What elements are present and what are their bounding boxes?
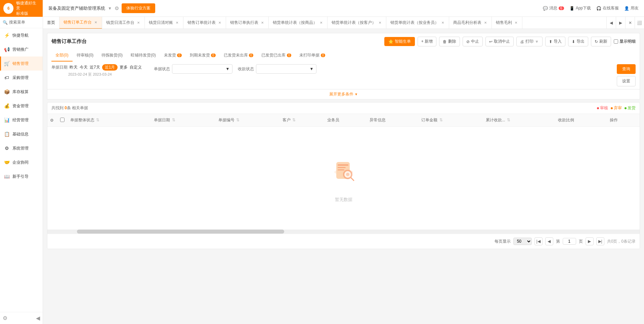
th-number: 单据编号 ⇅ bbox=[216, 114, 280, 127]
tab-goods-margin[interactable]: 商品毛利分析表 ✕ bbox=[449, 17, 492, 29]
set-btn[interactable]: 设置 bbox=[617, 76, 636, 86]
tab-sales-exec[interactable]: 销售订单执行表 ✕ bbox=[226, 17, 269, 29]
page-size-select[interactable]: 50 100 200 bbox=[513, 238, 532, 245]
th-collected: 累计收款... ⇅ bbox=[483, 114, 556, 127]
print-btn[interactable]: 🖨 打印 ▼ bbox=[516, 37, 543, 46]
tab-sales-stats-customer[interactable]: 销货单统计表（按客户） ✕ bbox=[328, 17, 386, 29]
svg-rect-3 bbox=[338, 167, 346, 168]
collapse-icon[interactable]: ◀ bbox=[36, 315, 40, 321]
tab-sales-stats-staff[interactable]: 销货单统计表（按业务员） ✕ bbox=[386, 17, 449, 29]
sidebar-item-purchase[interactable]: 🏷 采购管理 bbox=[0, 71, 43, 85]
tab-sales-stats-customer-close[interactable]: ✕ bbox=[378, 20, 382, 25]
subtab-shipped-not-out[interactable]: 已发货未出库 0 bbox=[220, 50, 258, 62]
settings-icon[interactable]: ⚙ bbox=[3, 315, 7, 321]
page-last-btn[interactable]: ▶| bbox=[596, 237, 604, 245]
smart-generate-btn[interactable]: ⭐ 智能生单 bbox=[384, 37, 415, 46]
sidebar-item-enterprise[interactable]: 🤝 企业协同 bbox=[0, 155, 43, 169]
page-input[interactable] bbox=[563, 238, 576, 245]
import-btn[interactable]: ⬆ 导入 bbox=[545, 37, 565, 46]
tab-sales-workbench[interactable]: 销售订单工作台 ✕ bbox=[59, 17, 102, 29]
tab-sales-workbench-close[interactable]: ✕ bbox=[94, 20, 98, 25]
stop-btn[interactable]: ⊘ 中止 bbox=[463, 37, 483, 46]
sidebar-item-basic[interactable]: 📋 基础信息 bbox=[0, 127, 43, 141]
tab-close-all-btn[interactable]: ✕ bbox=[625, 17, 635, 29]
subtab-not-printed[interactable]: 未打印单据 0 bbox=[295, 50, 329, 62]
date-opt-7days[interactable]: 近7天 bbox=[90, 65, 100, 70]
ship-action-btn[interactable]: 发货 bbox=[625, 105, 636, 111]
tab-sales-stats-product-close[interactable]: ✕ bbox=[319, 20, 323, 25]
subtab-all[interactable]: 全部(0) bbox=[51, 50, 73, 62]
tab-cash-reconcile[interactable]: 钱货日清对账 ✕ bbox=[145, 17, 183, 29]
horizontal-scrollbar[interactable] bbox=[47, 230, 640, 234]
subtab-pending-review[interactable]: 待审核(0) bbox=[73, 50, 98, 62]
refresh-btn[interactable]: ↻ 刷新 bbox=[591, 37, 611, 46]
tab-cash-reconcile-close[interactable]: ✕ bbox=[175, 20, 179, 25]
tab-goods-margin-close[interactable]: ✕ bbox=[483, 20, 487, 25]
sidebar-item-system[interactable]: ⚙ 系统管理 bbox=[0, 141, 43, 155]
sidebar-item-guide[interactable]: 📖 新手引导 bbox=[0, 169, 43, 184]
sidebar-item-operations[interactable]: 📊 经营管理 bbox=[0, 113, 43, 127]
audit-action-btn[interactable]: 审核 bbox=[597, 105, 608, 111]
expand-icon[interactable]: ▼ bbox=[108, 6, 112, 11]
main-area: 装备及固定资产辅助管理系统 ▼ ⚙ 体验行业方案 💬 消息 6 📱 App下载 … bbox=[43, 0, 644, 324]
show-detail-label[interactable]: 显示明细 bbox=[614, 39, 636, 44]
subtab-not-shipped[interactable]: 未发货 0 bbox=[160, 50, 186, 62]
system-title: 装备及固定资产辅助管理系统 bbox=[48, 5, 105, 11]
refresh-icon: ↻ bbox=[595, 39, 598, 44]
subtab-wangpu-ship[interactable]: 旺铺待发货(0) bbox=[127, 50, 160, 62]
show-detail-checkbox[interactable] bbox=[614, 39, 618, 44]
add-btn[interactable]: + 新增 bbox=[418, 37, 436, 46]
svg-point-8 bbox=[346, 173, 349, 176]
sidebar-item-marketing[interactable]: 📢 营销推广 bbox=[0, 42, 43, 56]
tab-prev-btn[interactable]: ◀ bbox=[606, 17, 616, 29]
date-opt-more[interactable]: 更多 bbox=[120, 65, 128, 70]
print-chevron: ▼ bbox=[535, 39, 539, 44]
collect-select[interactable]: ▼ bbox=[256, 64, 316, 74]
page-first-btn[interactable]: |◀ bbox=[534, 237, 543, 245]
select-all-checkbox[interactable] bbox=[60, 118, 65, 122]
date-opt-today[interactable]: 今天 bbox=[80, 65, 88, 70]
subtab-shipped-out[interactable]: 已发货已出库 0 bbox=[257, 50, 295, 62]
subtab-expired-not-shipped[interactable]: 到期未发货 0 bbox=[186, 50, 220, 62]
tab-maximize-btn[interactable]: ⬜ bbox=[635, 17, 644, 29]
tab-next-btn[interactable]: ▶ bbox=[616, 17, 625, 29]
export-btn[interactable]: ⬇ 导出 bbox=[568, 37, 588, 46]
sidebar-item-quick-nav[interactable]: ⚡ 快捷导航 bbox=[0, 28, 43, 42]
tab-sales-stats-product[interactable]: 销货单统计表（按商品） ✕ bbox=[269, 17, 328, 29]
tab-sales-exec-close[interactable]: ✕ bbox=[260, 20, 264, 25]
sidebar-item-finance[interactable]: 💰 资金管理 bbox=[0, 99, 43, 113]
industry-btn[interactable]: 体验行业方案 bbox=[122, 3, 155, 13]
tab-sales-profit[interactable]: 销售毛利 ✕ bbox=[492, 17, 522, 29]
date-opt-yesterday[interactable]: 昨天 bbox=[70, 65, 78, 70]
date-opt-1month[interactable]: 近1月 bbox=[102, 64, 118, 71]
tab-cash-daily[interactable]: 钱货日清工作台 ✕ bbox=[102, 17, 145, 29]
cancel-stop-btn[interactable]: ↩ 取消中止 bbox=[485, 37, 514, 46]
expand-conditions-btn[interactable]: 展开更多条件 bbox=[329, 92, 353, 96]
date-opt-custom[interactable]: 自定义 bbox=[130, 65, 142, 70]
online-service-btn[interactable]: 🎧 在线客服 bbox=[596, 5, 619, 11]
delete-btn[interactable]: 🗑 删除 bbox=[439, 37, 460, 46]
subtab-pending-check[interactable]: 待拣验货(0) bbox=[97, 50, 127, 62]
settings-topbar-icon[interactable]: ⚙ bbox=[115, 5, 119, 11]
sidebar-item-sales[interactable]: 🛒 销售管理 bbox=[0, 56, 43, 71]
tab-sales-stats-staff-close[interactable]: ✕ bbox=[441, 20, 445, 25]
message-btn[interactable]: 💬 消息 6 bbox=[543, 5, 564, 11]
tab-home[interactable]: 首页 bbox=[43, 17, 59, 29]
search-menu[interactable]: 🔍 搜索菜单 bbox=[0, 17, 43, 28]
status-select[interactable]: ▼ bbox=[172, 64, 232, 74]
tab-cash-daily-close[interactable]: ✕ bbox=[136, 20, 140, 25]
app-download-btn[interactable]: 📱 App下载 bbox=[569, 5, 591, 11]
topbar-right: 💬 消息 6 📱 App下载 🎧 在线客服 👤 用友 bbox=[543, 5, 639, 11]
page-prev-btn[interactable]: ◀ bbox=[545, 237, 553, 245]
tab-sales-stats-close[interactable]: ✕ bbox=[218, 20, 222, 25]
col-settings-icon[interactable]: ⚙ bbox=[50, 118, 54, 123]
svg-rect-4 bbox=[338, 169, 344, 170]
svg-line-7 bbox=[351, 178, 354, 180]
revoke-action-btn[interactable]: 弃审 bbox=[611, 105, 622, 111]
query-btn[interactable]: 查询 bbox=[617, 64, 636, 74]
page-next-btn[interactable]: ▶ bbox=[586, 237, 594, 245]
tab-sales-profit-close[interactable]: ✕ bbox=[514, 20, 518, 25]
sidebar-item-inventory[interactable]: 📦 库存核算 bbox=[0, 85, 43, 99]
tab-sales-stats[interactable]: 销售订单统计表 ✕ bbox=[183, 17, 226, 29]
user-btn[interactable]: 👤 用友 bbox=[624, 5, 639, 11]
